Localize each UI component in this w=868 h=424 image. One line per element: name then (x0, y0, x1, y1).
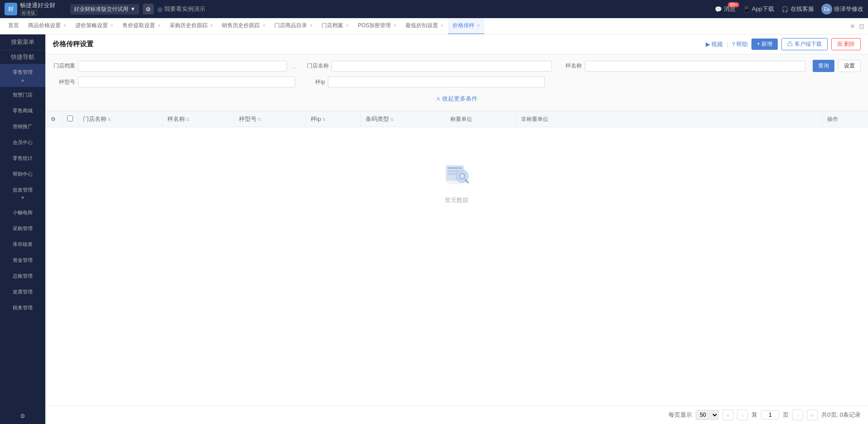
sidebar-item-tax[interactable]: 税务管理 (0, 300, 45, 316)
store-file-more-button[interactable]: ... (290, 63, 299, 70)
last-page-button[interactable]: » (807, 410, 818, 420)
scale-name-label: 秤名称 (559, 62, 582, 70)
empty-icon (439, 154, 475, 191)
empty-state: 暂无数据 (45, 127, 868, 231)
set-button[interactable]: 设置 (838, 60, 861, 72)
sidebar-item-member[interactable]: 会员中心 (0, 135, 45, 150)
sidebar-item-finance[interactable]: 资金管理 (0, 252, 45, 268)
table-body: 暂无数据 (45, 127, 868, 232)
settings-icon[interactable]: ⚙ (143, 4, 154, 14)
sidebar-item-help-center[interactable]: 帮助中心 (0, 166, 45, 182)
tab-sale-history[interactable]: 销售历史价跟踪 × (217, 18, 270, 34)
sidebar-item-inventory[interactable]: 库存核算 (0, 236, 45, 252)
tab-purchase-strategy[interactable]: 进价策略设置 × (71, 18, 118, 34)
app-download-button[interactable]: 📱 App下载 (743, 5, 774, 13)
content-toolbar: 价格传秤设置 ▶ 视频 | ? 帮助 + 新增 凸 客户端下载 面 删除 (45, 34, 868, 54)
page-size-label: 每页显示 (668, 411, 692, 419)
close-tab-min-discount[interactable]: × (441, 23, 444, 28)
select-all-checkbox[interactable] (67, 116, 73, 121)
tab-purchase-history[interactable]: 采购历史价跟踪 × (165, 18, 218, 34)
sort-store-name-icon: ⇅ (107, 117, 111, 122)
sort-barcode-type-icon: ⇅ (390, 117, 394, 122)
scale-ip-input[interactable] (328, 77, 545, 87)
content-area: 价格传秤设置 ▶ 视频 | ? 帮助 + 新增 凸 客户端下载 面 删除 (45, 34, 868, 424)
download-button[interactable]: 凸 客户端下载 (781, 38, 827, 50)
online-service-button[interactable]: 🎧 在线客服 (781, 5, 814, 13)
sidebar-item-purchase[interactable]: 采购管理 (0, 221, 45, 236)
th-non-weight-unit: 非称重单位 (516, 111, 823, 127)
close-tab-price-scale[interactable]: × (477, 23, 480, 28)
total-info: 共0页, 0条记录 (821, 411, 861, 419)
sidebar-quick-nav[interactable]: 快捷导航 (0, 50, 45, 64)
table-header-row: ⚙ 门店名称⇅ 秤名称⇅ 秤型号⇅ 秤ip⇅ 条码类型⇅ 称重单位 非称重单位 … (45, 111, 868, 127)
page-input[interactable] (761, 410, 779, 419)
page-label: 算 (751, 411, 757, 419)
th-barcode-type[interactable]: 条码类型⇅ (361, 111, 446, 127)
close-tab-purchase-strategy[interactable]: × (111, 23, 113, 28)
close-tab-sale-history[interactable]: × (263, 23, 265, 28)
sidebar-item-retail-stats[interactable]: 零售统计 (0, 150, 45, 166)
th-scale-model[interactable]: 秤型号⇅ (234, 111, 306, 127)
th-scale-ip[interactable]: 秤ip⇅ (306, 111, 361, 127)
empty-text: 暂无数据 (445, 196, 468, 204)
close-tab-pos-manage[interactable]: × (394, 23, 396, 28)
close-all-tabs-button[interactable]: ✕ (850, 23, 855, 30)
sidebar-search[interactable]: 搜索菜单 (0, 34, 45, 50)
tab-store-catalog[interactable]: 门店商品目录 × (270, 18, 317, 34)
close-tab-purchase-history[interactable]: × (210, 23, 213, 28)
filter-store-file: 门店档案 ... (53, 61, 299, 72)
sidebar-item-retail-mall[interactable]: 零售商城 (0, 103, 45, 119)
close-tab-sale-price[interactable]: × (158, 23, 161, 28)
tab-price-scale[interactable]: 价格传秤 × (448, 18, 484, 34)
tab-store-file[interactable]: 门店档案 × (317, 18, 353, 34)
version-selector[interactable]: 好业财标准版交付试用 ▼ (70, 4, 139, 14)
sidebar-item-retail[interactable]: 零售管理 ▲ (0, 64, 45, 87)
prev-page-button[interactable]: ‹ (737, 410, 748, 420)
tab-home[interactable]: 首页 (4, 18, 24, 34)
messages-button[interactable]: 💬 消息 99+ (715, 5, 736, 13)
store-file-label: 门店档案 (53, 62, 75, 70)
close-tab-store-catalog[interactable]: × (310, 23, 312, 28)
filter-area: 门店档案 ... 门店名称 秤名称 查询 设置 (45, 54, 868, 111)
video-link[interactable]: ▶ 视频 (706, 40, 723, 48)
store-name-input[interactable] (332, 61, 552, 72)
next-page-button[interactable]: › (792, 410, 803, 420)
query-button[interactable]: 查询 (813, 60, 834, 72)
tab-min-discount[interactable]: 最低折扣设置 × (401, 18, 448, 34)
scale-name-input[interactable] (585, 61, 805, 72)
sidebar-item-general-ledger[interactable]: 总账管理 (0, 268, 45, 284)
user-info[interactable]: Ea 徐泽华修改 (821, 4, 863, 14)
pagination-bar: 每页显示 50 10 20 100 « ‹ 算 页 › » 共0页, 0条记录 (45, 405, 868, 424)
tab-sale-price[interactable]: 售价提取设置 × (118, 18, 165, 34)
help-icon: ? (732, 41, 735, 48)
sidebar-item-smart-store[interactable]: 智慧门店 (0, 87, 45, 103)
close-tab-price-setting[interactable]: × (63, 23, 66, 28)
first-page-button[interactable]: « (722, 410, 733, 420)
sidebar-item-wholesale[interactable]: 批发管理 ▼ (0, 182, 45, 205)
scale-model-input[interactable] (78, 77, 295, 87)
tab-price-setting[interactable]: 商品价格设置 × (24, 18, 71, 34)
video-icon: ▶ (706, 41, 710, 48)
collapse-button[interactable]: ∧ 收起更多条件 (53, 92, 861, 106)
svg-rect-2 (448, 167, 462, 169)
page-size-select[interactable]: 50 10 20 100 (696, 410, 719, 420)
data-table: ⚙ 门店名称⇅ 秤名称⇅ 秤型号⇅ 秤ip⇅ 条码类型⇅ 称重单位 非称重单位 … (45, 111, 868, 231)
store-file-input[interactable] (78, 61, 287, 72)
demo-button[interactable]: ◎ 我要看实例演示 (157, 5, 205, 13)
empty-row: 暂无数据 (45, 127, 868, 232)
th-settings[interactable]: ⚙ (45, 111, 62, 127)
tab-pos-manage[interactable]: POS加密管理 × (353, 18, 401, 34)
help-link[interactable]: ? 帮助 (732, 40, 748, 48)
store-name-label: 门店名称 (306, 62, 329, 70)
sidebar-settings-button[interactable]: ⚙ (0, 408, 45, 424)
delete-button[interactable]: 面 删除 (831, 38, 861, 50)
maximize-button[interactable]: ⊡ (859, 23, 864, 30)
th-checkbox (62, 111, 78, 127)
th-store-name[interactable]: 门店名称⇅ (78, 111, 163, 127)
sidebar-item-marketing[interactable]: 营销推广 (0, 119, 45, 135)
th-scale-name[interactable]: 秤名称⇅ (163, 111, 234, 127)
sidebar-item-xchang-ecom[interactable]: 小畅电商 (0, 205, 45, 221)
sidebar-item-invoice[interactable]: 发票管理 (0, 284, 45, 300)
close-tab-store-file[interactable]: × (346, 23, 349, 28)
add-button[interactable]: + 新增 (751, 39, 778, 50)
